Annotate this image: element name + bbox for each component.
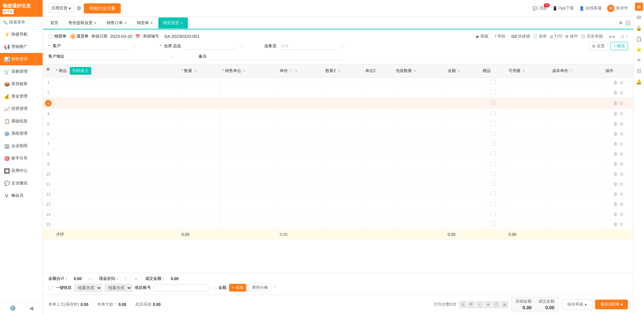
- product-cell[interactable]: [54, 98, 179, 109]
- address-ellipsis[interactable]: ···: [169, 54, 173, 60]
- user-profile[interactable]: 徐 徐泽华: [607, 5, 628, 12]
- copy-icon[interactable]: ⧉: [620, 211, 623, 217]
- delete-icon[interactable]: 🗑: [613, 80, 618, 85]
- info-icon[interactable]: ⓘ: [569, 68, 573, 73]
- qty-cell[interactable]: [179, 88, 220, 98]
- amount-cell[interactable]: [445, 78, 481, 88]
- help-btn[interactable]: ? 帮助: [494, 34, 505, 39]
- fee-question-icon[interactable]: ?: [274, 286, 276, 290]
- sidebar-item-member[interactable]: V 畅会员: [0, 189, 43, 202]
- online-service-button[interactable]: 👤 在线客服: [579, 5, 602, 11]
- sort-icon[interactable]: ⇅: [243, 69, 246, 73]
- unit-price-cell[interactable]: [277, 88, 323, 98]
- copy-icon[interactable]: ⧉: [620, 171, 623, 177]
- sales-unit-cell[interactable]: [220, 98, 277, 109]
- gift-checkbox[interactable]: [491, 131, 496, 136]
- gift-checkbox[interactable]: [491, 191, 496, 196]
- copy-icon[interactable]: ⧉: [620, 151, 623, 157]
- sort-icon[interactable]: ⇅: [295, 69, 298, 73]
- delete-icon[interactable]: 🗑: [613, 121, 618, 127]
- pkg-qty-cell[interactable]: [393, 88, 445, 98]
- sidebar-item-appstore[interactable]: 🔲 应用中心: [0, 165, 43, 177]
- settings-button[interactable]: ⚙ 设置: [589, 42, 608, 50]
- delete-icon[interactable]: 🗑: [613, 141, 618, 147]
- info-icon[interactable]: ⓘ: [289, 68, 293, 73]
- delete-icon[interactable]: 🗑: [613, 90, 618, 96]
- delete-icon[interactable]: 🗑: [613, 191, 618, 197]
- sort-icon[interactable]: ⇅: [414, 69, 416, 73]
- delete-icon[interactable]: 🗑: [613, 222, 618, 227]
- industry-dropdown[interactable]: 日用百货 ▾: [48, 4, 74, 13]
- tab-close-icon[interactable]: ✕: [180, 21, 183, 25]
- copy-icon[interactable]: ⧉: [620, 181, 623, 187]
- unit2-cell[interactable]: [363, 78, 394, 88]
- copy-icon[interactable]: ⧉: [620, 80, 623, 85]
- available-cell[interactable]: [506, 88, 550, 98]
- account-input[interactable]: [154, 284, 209, 292]
- topbar-gear-icon[interactable]: ⚙: [76, 5, 81, 11]
- qty2-cell[interactable]: [323, 98, 363, 109]
- delete-icon[interactable]: 🗑: [613, 211, 618, 217]
- fee-split-button[interactable]: 费用分摊: [249, 284, 271, 292]
- gift-checkbox[interactable]: [491, 101, 496, 105]
- copy-icon[interactable]: ⧉: [620, 131, 623, 137]
- calc-method-select[interactable]: 结算方式: [105, 284, 132, 292]
- warehouse-input[interactable]: [183, 43, 237, 50]
- message-button[interactable]: 💬 70 消息: [533, 5, 547, 11]
- copy-icon[interactable]: ⧉: [620, 111, 623, 117]
- copy-icon[interactable]: ⧉: [620, 141, 623, 147]
- copy-icon[interactable]: ⧉: [620, 222, 623, 227]
- right-panel-icon-image[interactable]: 🖼: [635, 67, 643, 75]
- amount-cell[interactable]: [445, 98, 481, 109]
- debt-question-icon[interactable]: ?: [114, 302, 116, 307]
- gift-checkbox[interactable]: [491, 171, 496, 176]
- delete-icon[interactable]: 🗑: [613, 111, 618, 117]
- tab-close-all-icon[interactable]: ✕: [619, 20, 623, 26]
- sort-icon[interactable]: ⇅: [522, 69, 525, 73]
- gift-checkbox[interactable]: [491, 141, 496, 146]
- gift-checkbox[interactable]: [491, 181, 496, 186]
- grid-icon[interactable]: ⊞: [621, 34, 624, 39]
- delete-icon[interactable]: 🗑: [613, 151, 618, 157]
- sidebar-item-shortcut[interactable]: ⚡ 快捷导航: [0, 28, 43, 41]
- sidebar-item-enterprise[interactable]: 🏢 企业协同: [0, 140, 43, 152]
- shortcut-btn[interactable]: ⌨ 快捷键: [511, 34, 530, 39]
- customer-ellipsis[interactable]: ···: [132, 43, 136, 49]
- staff-input[interactable]: [278, 43, 339, 50]
- delete-icon[interactable]: 🗑: [613, 171, 618, 177]
- add-row-button[interactable]: +: [45, 100, 52, 107]
- customer-input[interactable]: [63, 43, 130, 50]
- tab-return[interactable]: 销货退货 ✕: [158, 17, 188, 28]
- address-input[interactable]: [66, 53, 167, 60]
- scan-button[interactable]: 扫码录入: [70, 67, 91, 75]
- product-input[interactable]: [56, 101, 177, 106]
- cost-price-cell[interactable]: [550, 98, 603, 109]
- cost-price-cell[interactable]: [550, 88, 603, 98]
- available-cell[interactable]: [506, 98, 550, 109]
- right-panel-icon-list[interactable]: 📋: [635, 35, 643, 43]
- right-panel-icon-phone[interactable]: ☎: [635, 13, 643, 21]
- col-settings-icon[interactable]: ⚙: [46, 67, 50, 72]
- unit-price-cell[interactable]: [277, 78, 323, 88]
- qty-cell[interactable]: [179, 98, 220, 109]
- delete-icon[interactable]: 🗑: [613, 201, 618, 207]
- account-ellipsis[interactable]: ···: [211, 285, 216, 291]
- product-cell[interactable]: [54, 78, 179, 88]
- qty2-cell[interactable]: [323, 88, 363, 98]
- discount-question-icon[interactable]: ?: [124, 276, 127, 281]
- sidebar-item-sales[interactable]: 📊 销售管理: [0, 53, 43, 65]
- staff-ellipsis[interactable]: ···: [341, 43, 345, 49]
- gift-checkbox[interactable]: [491, 161, 496, 166]
- add-logistics-button[interactable]: + 物流: [610, 42, 628, 50]
- radio-delivery[interactable]: 销货单: [48, 34, 66, 39]
- list-icon[interactable]: ≡: [626, 34, 628, 39]
- collapse-icon[interactable]: ◀: [29, 305, 33, 311]
- unit2-cell[interactable]: [363, 98, 394, 109]
- delete-icon[interactable]: 🗑: [613, 131, 618, 137]
- radio-return[interactable]: 退货单: [70, 34, 89, 39]
- unit-price-cell[interactable]: [277, 98, 323, 109]
- gift-checkbox[interactable]: [491, 211, 496, 216]
- save-new-button[interactable]: 保存&新增 ▾: [595, 300, 628, 309]
- sidebar-item-finance[interactable]: 💰 资金管理: [0, 90, 43, 103]
- tab-sales-order[interactable]: 销售订单 ✕: [102, 17, 131, 28]
